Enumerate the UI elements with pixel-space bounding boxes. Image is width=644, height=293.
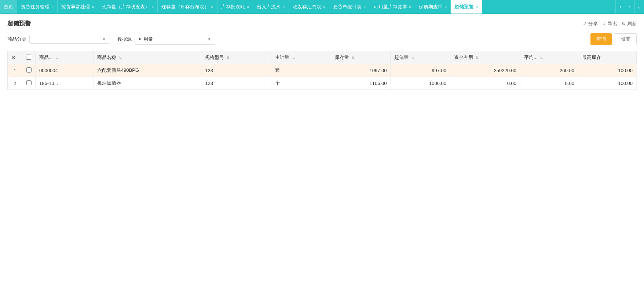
category-dropdown-icon: ▼ bbox=[102, 37, 106, 41]
nav-tab-1-close[interactable]: × bbox=[51, 5, 54, 9]
nav-tab-11-close[interactable]: × bbox=[475, 5, 477, 9]
nav-arrows: ‹ › ⌄ bbox=[615, 0, 644, 14]
nav-menu-arrow[interactable]: ⌄ bbox=[634, 0, 644, 14]
nav-tab-4-label: 现存量（库存分布表） bbox=[161, 4, 209, 10]
row-overflow-1: 1006.00 bbox=[391, 77, 450, 90]
nav-tab-2-close[interactable]: × bbox=[92, 5, 94, 9]
datasource-dropdown-icon: ▼ bbox=[207, 37, 211, 41]
nav-tab-3[interactable]: 现存量（库存状况表） × bbox=[98, 0, 158, 14]
nav-tab-11[interactable]: 超储预警 × bbox=[451, 0, 482, 14]
col-code-label: 商品... bbox=[39, 55, 53, 60]
row-checkbox-0[interactable] bbox=[22, 64, 36, 77]
col-spec[interactable]: 规格型号 ⇅ bbox=[201, 51, 271, 64]
col-unit-sort: ⇅ bbox=[292, 56, 295, 60]
category-label: 商品分类 bbox=[7, 36, 26, 42]
col-overflow[interactable]: 超储量 ⇅ bbox=[391, 51, 450, 64]
nav-tab-9-close[interactable]: × bbox=[409, 5, 411, 9]
row-capital-1: 0.00 bbox=[450, 77, 520, 90]
nav-next-arrow[interactable]: › bbox=[625, 0, 634, 14]
col-stock[interactable]: 库存量 ⇅ bbox=[331, 51, 391, 64]
row-num-1: 2 bbox=[8, 77, 22, 90]
data-table: ⚙ 商品... ⇅ 商品名称 ⇅ 规格型号 ⇅ 主计量 bbox=[7, 51, 637, 90]
col-spec-label: 规格型号 bbox=[205, 55, 224, 60]
nav-tab-7-close[interactable]: × bbox=[323, 5, 325, 9]
row-stock-1: 1106.00 bbox=[331, 77, 391, 90]
refresh-button[interactable]: ↻ 刷新 bbox=[622, 21, 637, 27]
nav-tab-6-close[interactable]: × bbox=[282, 5, 285, 9]
nav-tab-7[interactable]: 收发存汇总表 × bbox=[289, 0, 329, 14]
nav-tab-3-label: 现存量（库存状况表） bbox=[102, 4, 150, 10]
col-capital[interactable]: 资金占用 ⇅ bbox=[450, 51, 520, 64]
col-name-sort: ⇅ bbox=[119, 56, 122, 60]
nav-tab-1[interactable]: 拣货任务管理 × bbox=[17, 0, 58, 14]
export-button[interactable]: ⤓ 导出 bbox=[602, 21, 617, 27]
row-unit-0: 套 bbox=[271, 64, 331, 77]
row-capital-0: 259220.00 bbox=[450, 64, 520, 77]
nav-tab-8-label: 要货单统计表 bbox=[333, 4, 362, 10]
row-avg-1: 0.00 bbox=[520, 77, 578, 90]
nav-tab-4[interactable]: 现存量（库存分布表） × bbox=[158, 0, 217, 14]
export-icon: ⤓ bbox=[602, 21, 606, 26]
nav-tab-10-label: 保质期查询 bbox=[419, 4, 443, 10]
row-num-0: 1 bbox=[8, 64, 22, 77]
settings-button[interactable]: 设置 bbox=[615, 33, 637, 45]
nav-tab-home[interactable]: 首页 bbox=[0, 0, 17, 14]
select-all-checkbox[interactable] bbox=[26, 55, 31, 60]
col-overflow-label: 超储量 bbox=[394, 55, 409, 60]
row-stock-0: 1097.00 bbox=[331, 64, 391, 77]
header-actions: ↗ 分享 ⤓ 导出 ↻ 刷新 bbox=[583, 21, 637, 27]
nav-tab-5-close[interactable]: × bbox=[247, 5, 249, 9]
nav-tab-6-label: 出入库流水 bbox=[257, 4, 281, 10]
col-avg-sort: ⇅ bbox=[540, 56, 543, 60]
row-select-0[interactable] bbox=[26, 67, 32, 73]
nav-tab-1-label: 拣货任务管理 bbox=[21, 4, 50, 10]
col-name[interactable]: 商品名称 ⇅ bbox=[93, 51, 201, 64]
row-code-1: 186-10... bbox=[36, 77, 94, 90]
col-code-sort: ⇅ bbox=[55, 56, 58, 60]
nav-tab-3-close[interactable]: × bbox=[151, 5, 154, 9]
nav-tab-8-close[interactable]: × bbox=[363, 5, 366, 9]
datasource-filter: 数据源 可用量 ▼ bbox=[117, 34, 215, 45]
nav-prev-arrow[interactable]: ‹ bbox=[615, 0, 625, 14]
col-name-label: 商品名称 bbox=[97, 55, 116, 60]
nav-tab-5[interactable]: 库存批次账 × bbox=[217, 0, 253, 14]
nav-tab-5-label: 库存批次账 bbox=[221, 4, 245, 10]
category-select[interactable]: ▼ bbox=[29, 35, 110, 44]
col-stock-sort: ⇅ bbox=[352, 56, 355, 60]
row-name-0: 六配套新昌490BPG bbox=[93, 64, 201, 77]
nav-tab-10-close[interactable]: × bbox=[444, 5, 447, 9]
table-gear-icon[interactable]: ⚙ bbox=[11, 55, 16, 60]
col-unit-label: 主计量 bbox=[275, 55, 289, 60]
row-overflow-0: 997.00 bbox=[391, 64, 450, 77]
refresh-label: 刷新 bbox=[627, 21, 637, 27]
col-max-stock-label: 最高库存 bbox=[582, 55, 601, 60]
nav-tab-home-label: 首页 bbox=[4, 4, 13, 10]
page-title: 超储预警 bbox=[7, 20, 31, 27]
datasource-select-value: 可用量 bbox=[139, 36, 153, 42]
col-avg[interactable]: 平均... ⇅ bbox=[520, 51, 578, 64]
table-row: 2 186-10... 机油滤清器 123 个 1106.00 1006.00 … bbox=[8, 77, 637, 90]
col-stock-label: 库存量 bbox=[335, 55, 349, 60]
col-capital-label: 资金占用 bbox=[454, 55, 473, 60]
nav-tab-2[interactable]: 拣货异常处理 × bbox=[58, 0, 98, 14]
page-header: 超储预警 ↗ 分享 ⤓ 导出 ↻ 刷新 bbox=[7, 20, 637, 27]
nav-tab-4-close[interactable]: × bbox=[211, 5, 213, 9]
row-spec-1: 123 bbox=[201, 77, 271, 90]
nav-tab-10[interactable]: 保质期查询 × bbox=[415, 0, 451, 14]
top-nav: 首页 拣货任务管理 × 拣货异常处理 × 现存量（库存状况表） × 现存量（库存… bbox=[0, 0, 644, 14]
row-max-stock-0: 100.00 bbox=[578, 64, 636, 77]
share-button[interactable]: ↗ 分享 bbox=[583, 21, 598, 27]
row-select-1[interactable] bbox=[26, 80, 32, 85]
datasource-select[interactable]: 可用量 ▼ bbox=[135, 34, 215, 45]
nav-tab-8[interactable]: 要货单统计表 × bbox=[329, 0, 370, 14]
row-avg-0: 260.00 bbox=[520, 64, 578, 77]
query-button[interactable]: 查询 bbox=[590, 33, 612, 45]
filter-row: 商品分类 ▼ 数据源 可用量 ▼ 查询 设置 bbox=[7, 33, 637, 45]
nav-tab-9-label: 可用量库存账本 bbox=[374, 4, 407, 10]
col-code[interactable]: 商品... ⇅ bbox=[36, 51, 94, 64]
row-name-1: 机油滤清器 bbox=[93, 77, 201, 90]
row-checkbox-1[interactable] bbox=[22, 77, 36, 90]
col-unit[interactable]: 主计量 ⇅ bbox=[271, 51, 331, 64]
nav-tab-6[interactable]: 出入库流水 × bbox=[253, 0, 289, 14]
nav-tab-9[interactable]: 可用量库存账本 × bbox=[370, 0, 415, 14]
